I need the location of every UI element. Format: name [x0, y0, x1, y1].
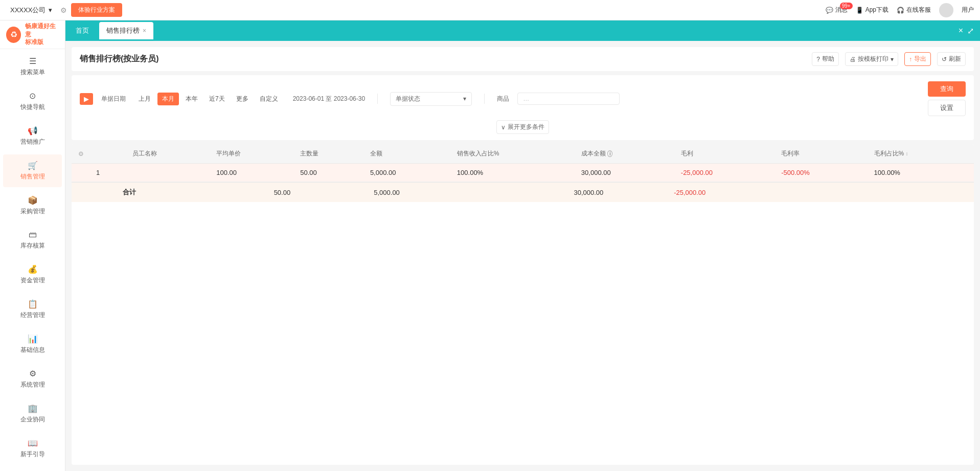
th-name: 员工名称	[126, 144, 210, 164]
guide-icon: 📖	[28, 438, 38, 448]
tab-home[interactable]: 首页	[67, 20, 97, 41]
page-content: 销售排行榜(按业务员) ? 帮助 🖨 按模板打印 ▾ ↑ 导出	[65, 41, 980, 471]
filter-divider-2	[484, 94, 485, 104]
sidebar-item-finance[interactable]: 💰 资金管理	[3, 258, 62, 291]
operations-icon: 📋	[28, 299, 38, 309]
td-amount: 5,000.00	[364, 164, 451, 182]
sidebar-item-marketing[interactable]: 📢 营销推广	[3, 120, 62, 152]
refresh-button[interactable]: ↺ 刷新	[937, 52, 966, 66]
settings-button[interactable]: 设置	[928, 100, 966, 116]
query-button[interactable]: 查询	[928, 81, 966, 97]
help-button[interactable]: ? 帮助	[812, 52, 839, 66]
sidebar-label-shortcuts: 快捷导航	[20, 103, 45, 111]
company-selector[interactable]: XXXXX公司 ▾	[6, 4, 56, 17]
filter-actions: 查询 设置	[928, 81, 966, 116]
message-badge: 99+	[840, 3, 853, 9]
filter-row: ▶ 单据日期 上月 本月 本年 近7天 更多 自定义 2023-06-01 至 …	[80, 81, 966, 116]
export-button[interactable]: ↑ 导出	[904, 52, 931, 66]
sidebar-label-sales: 销售管理	[20, 172, 45, 181]
page-actions: ? 帮助 🖨 按模板打印 ▾ ↑ 导出 ↺ 刷新	[812, 52, 966, 66]
sidebar-label-enterprise: 企业协同	[20, 415, 45, 424]
message-icon: 💬	[826, 7, 833, 14]
message-button[interactable]: 💬 消息 99+	[826, 6, 848, 14]
page-header: 销售排行榜(按业务员) ? 帮助 🖨 按模板打印 ▾ ↑ 导出	[72, 47, 974, 71]
status-filter[interactable]: 单据状态 ▾	[390, 92, 472, 106]
sidebar-label-marketing: 营销推广	[20, 138, 45, 146]
tab-maximize-icon[interactable]: ⤢	[967, 26, 974, 36]
date-btn-current-month[interactable]: 本月	[157, 93, 179, 105]
date-btn-current-year[interactable]: 本年	[181, 93, 202, 105]
table-header-row: ⚙ 员工名称 平均单价 主数量 全额 销售收入占比% 成本全额 i 毛利 毛利率…	[72, 144, 974, 164]
td-sales-pct: 100.00%	[451, 164, 575, 182]
search-icon: ☰	[29, 56, 36, 66]
td-cost: 30,000.00	[575, 164, 675, 182]
tab-bar: 首页 销售排行榜 × × ⤢	[65, 20, 980, 41]
date-btn-more[interactable]: 更多	[232, 93, 253, 105]
tab-right-controls: × ⤢	[959, 26, 978, 36]
date-btn-last-month[interactable]: 上月	[134, 93, 155, 105]
date-range-display: 2023-06-01 至 2023-06-30	[293, 95, 365, 103]
tab-close-icon[interactable]: ×	[143, 27, 146, 34]
sidebar-item-enterprise[interactable]: 🏢 企业协同	[3, 397, 62, 430]
app-download-label: App下载	[865, 6, 888, 14]
basic-icon: 📊	[28, 334, 38, 344]
sidebar-item-sales[interactable]: 🛒 销售管理	[3, 154, 62, 187]
td-rank: 1	[90, 164, 126, 182]
sidebar-label-basic: 基础信息	[20, 346, 45, 354]
finance-icon: 💰	[28, 264, 38, 274]
footer-total-label: 合计	[117, 188, 168, 197]
tab-minimize-icon[interactable]: ×	[959, 26, 963, 35]
sidebar-item-operations[interactable]: 📋 经营管理	[3, 293, 62, 326]
data-table-wrap: ⚙ 员工名称 平均单价 主数量 全额 销售收入占比% 成本全额 i 毛利 毛利率…	[72, 144, 974, 465]
export-icon: ↑	[909, 56, 912, 63]
sidebar-item-inventory[interactable]: 🗃 库存核算	[3, 224, 62, 256]
print-button[interactable]: 🖨 按模板打印 ▾	[845, 52, 898, 66]
th-amount: 全额	[364, 144, 451, 164]
date-btn-7days[interactable]: 近7天	[204, 93, 230, 105]
online-service-button[interactable]: 🎧 在线客服	[897, 6, 931, 14]
filter-toggle-btn[interactable]: ▶	[80, 93, 93, 105]
goods-placeholder: …	[523, 95, 529, 102]
td-qty: 50.00	[294, 164, 364, 182]
th-gross-pct: 毛利占比% ↕	[868, 144, 974, 164]
date-btn-custom[interactable]: 自定义	[255, 93, 283, 105]
sidebar-item-shortcuts[interactable]: ⊙ 快捷导航	[3, 85, 62, 118]
settings-icon-top[interactable]: ⚙	[60, 6, 67, 14]
expand-filter-button[interactable]: ∨ 展开更多条件	[496, 120, 549, 134]
footer-qty-cell: 50.00	[268, 189, 368, 196]
sidebar-item-purchase[interactable]: 📦 采购管理	[3, 189, 62, 222]
purchase-icon: 📦	[28, 195, 38, 205]
sidebar-item-guide[interactable]: 📖 新手引导	[3, 432, 62, 465]
trial-button[interactable]: 体验行业方案	[71, 3, 122, 17]
app-download-button[interactable]: 📱 App下载	[856, 6, 888, 14]
page-title: 销售排行榜(按业务员)	[80, 54, 159, 64]
sidebar-item-apps[interactable]: 📱 应用中心	[3, 467, 62, 471]
sidebar-label-search: 搜索菜单	[20, 68, 45, 77]
tab-sales-ranking[interactable]: 销售排行榜 ×	[99, 22, 153, 39]
sidebar-item-basic[interactable]: 📊 基础信息	[3, 328, 62, 361]
date-filter-label: 单据日期	[101, 95, 126, 103]
data-table: ⚙ 员工名称 平均单价 主数量 全额 销售收入占比% 成本全额 i 毛利 毛利率…	[72, 144, 974, 182]
download-icon: 📱	[856, 7, 863, 14]
table-row: 1 100.00 50.00 5,000.00 100.00% 30,000.0…	[72, 164, 974, 182]
content-area: 首页 销售排行榜 × × ⤢ 销售排行榜(按业务员) ? 帮助	[65, 20, 980, 471]
top-right-area: 💬 消息 99+ 📱 App下载 🎧 在线客服 用户	[826, 3, 974, 17]
user-name: 用户	[962, 6, 974, 14]
th-cost: 成本全额 i	[575, 144, 675, 164]
home-icon: ⊙	[29, 91, 36, 101]
avatar[interactable]	[939, 3, 953, 17]
goods-filter-input[interactable]: …	[517, 93, 620, 105]
td-name	[126, 164, 210, 182]
td-gross-rate: -500.00%	[775, 164, 868, 182]
filter-divider-1	[377, 94, 378, 104]
online-service-label: 在线客服	[906, 6, 931, 14]
system-icon: ⚙	[29, 369, 36, 378]
company-name: XXXXX公司	[10, 6, 45, 15]
td-gross-pct: 100.00%	[868, 164, 974, 182]
th-sales-pct: 销售收入占比%	[451, 144, 575, 164]
sales-icon: 🛒	[28, 161, 38, 170]
sidebar-item-system[interactable]: ⚙ 系统管理	[3, 363, 62, 395]
th-gross-rate: 毛利率	[775, 144, 868, 164]
sidebar-item-search[interactable]: ☰ 搜索菜单	[3, 50, 62, 83]
th-gear[interactable]: ⚙	[72, 144, 90, 164]
